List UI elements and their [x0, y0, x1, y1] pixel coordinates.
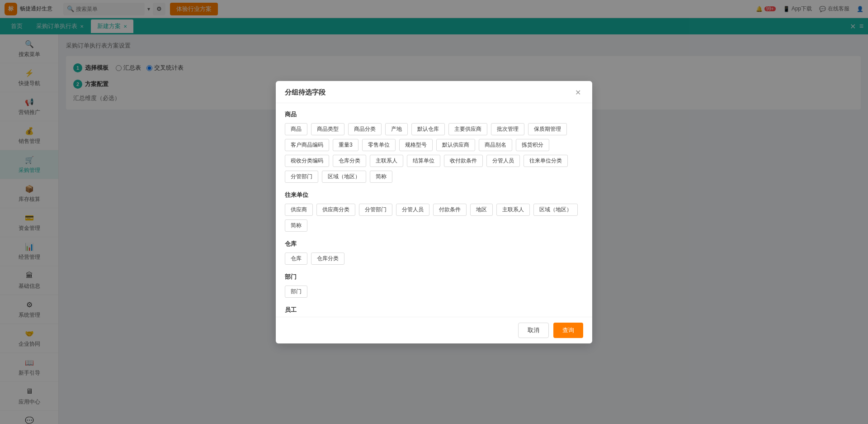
cancel-button[interactable]: 取消 [518, 323, 549, 338]
modal-footer: 取消 查询 [276, 317, 592, 343]
field-chip[interactable]: 保质期管理 [528, 123, 567, 135]
field-selector-modal: 分组待选字段 ✕ 商品商品商品类型商品分类产地默认仓库主要供应商批次管理保质期管… [276, 81, 592, 343]
field-chip[interactable]: 默认仓库 [411, 123, 445, 135]
field-section-title: 员工 [285, 306, 583, 314]
field-chip[interactable]: 部门 [285, 286, 307, 298]
field-chip[interactable]: 批次管理 [491, 123, 524, 135]
field-chip[interactable]: 简称 [285, 219, 307, 232]
field-chip[interactable]: 仓库分类 [333, 155, 366, 167]
field-chips-商品: 商品商品类型商品分类产地默认仓库主要供应商批次管理保质期管理客户商品编码重量3零… [285, 123, 583, 183]
field-section-title: 商品 [285, 110, 583, 119]
field-section-title: 部门 [285, 273, 583, 281]
modal-backdrop: 分组待选字段 ✕ 商品商品商品类型商品分类产地默认仓库主要供应商批次管理保质期管… [0, 0, 868, 424]
modal-header: 分组待选字段 ✕ [276, 81, 592, 103]
field-chip[interactable]: 商品类型 [311, 123, 344, 135]
field-section-title: 往来单位 [285, 191, 583, 199]
field-section-商品: 商品商品商品类型商品分类产地默认仓库主要供应商批次管理保质期管理客户商品编码重量… [285, 110, 583, 183]
field-chip[interactable]: 简称 [370, 171, 392, 183]
modal-close-button[interactable]: ✕ [572, 87, 583, 98]
field-chip[interactable]: 结算单位 [407, 155, 440, 167]
field-section-往来单位: 往来单位供应商供应商分类分管部门分管人员付款条件地区主联系人区域（地区）简称 [285, 191, 583, 232]
field-chip[interactable]: 税收分类编码 [285, 155, 329, 167]
field-chip[interactable]: 供应商 [285, 204, 313, 216]
confirm-button[interactable]: 查询 [553, 323, 583, 338]
field-chip[interactable]: 分管部门 [285, 171, 318, 183]
field-chip[interactable]: 重量3 [333, 139, 359, 151]
modal-title: 分组待选字段 [285, 88, 326, 97]
field-chip[interactable]: 主联系人 [496, 204, 530, 216]
field-section-仓库: 仓库仓库仓库分类 [285, 240, 583, 265]
field-chip[interactable]: 区域（地区） [533, 204, 578, 216]
field-chip[interactable]: 地区 [470, 204, 493, 216]
field-chip[interactable]: 分管人员 [486, 155, 520, 167]
field-chip[interactable]: 供应商分类 [316, 204, 355, 216]
field-chip[interactable]: 主联系人 [370, 155, 403, 167]
field-chip[interactable]: 商品 [285, 123, 307, 135]
field-section-员工: 员工业务员 [285, 306, 583, 317]
field-chip[interactable]: 零售单位 [362, 139, 396, 151]
field-chip[interactable]: 分管部门 [359, 204, 392, 216]
field-chip[interactable]: 收付款条件 [444, 155, 483, 167]
field-chip[interactable]: 默认供应商 [436, 139, 475, 151]
field-chip[interactable]: 往来单位分类 [524, 155, 568, 167]
field-chip[interactable]: 拣货积分 [516, 139, 549, 151]
field-chip[interactable]: 仓库分类 [311, 252, 344, 265]
field-chip[interactable]: 区域（地区） [322, 171, 366, 183]
field-chip[interactable]: 分管人员 [396, 204, 429, 216]
modal-body: 商品商品商品类型商品分类产地默认仓库主要供应商批次管理保质期管理客户商品编码重量… [276, 103, 592, 317]
field-chip[interactable]: 商品分类 [348, 123, 382, 135]
field-chips-仓库: 仓库仓库分类 [285, 252, 583, 265]
field-chips-部门: 部门 [285, 286, 583, 298]
field-chip[interactable]: 客户商品编码 [285, 139, 329, 151]
field-chip[interactable]: 主要供应商 [448, 123, 487, 135]
field-chip[interactable]: 商品别名 [479, 139, 512, 151]
field-section-部门: 部门部门 [285, 273, 583, 298]
field-chip[interactable]: 产地 [385, 123, 408, 135]
field-chip[interactable]: 仓库 [285, 252, 307, 265]
field-section-title: 仓库 [285, 240, 583, 248]
field-chip[interactable]: 付款条件 [433, 204, 467, 216]
field-chip[interactable]: 规格型号 [399, 139, 433, 151]
field-chips-往来单位: 供应商供应商分类分管部门分管人员付款条件地区主联系人区域（地区）简称 [285, 204, 583, 232]
